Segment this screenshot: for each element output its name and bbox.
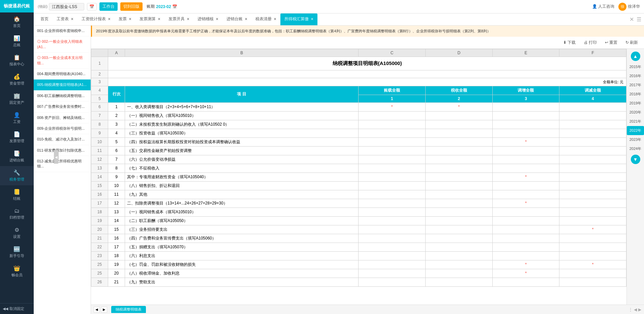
row-c3[interactable] <box>492 181 559 190</box>
row-c3[interactable]: * <box>492 260 559 269</box>
row-c3[interactable] <box>492 278 559 286</box>
row-c4[interactable] <box>559 243 626 251</box>
row-c2[interactable] <box>425 129 492 137</box>
app-logo[interactable]: 畅捷通易代账 <box>0 0 34 12</box>
row-c3[interactable]: * <box>492 137 559 146</box>
row-c4[interactable]: * <box>559 225 626 234</box>
row-c1[interactable] <box>359 146 426 155</box>
row-c2[interactable] <box>425 199 492 208</box>
tab-home[interactable]: 首页 <box>36 13 53 25</box>
row-c3[interactable] <box>492 146 559 155</box>
row-c1[interactable] <box>359 137 426 146</box>
collapse-panel-btn[interactable]: ◀ <box>54 150 59 164</box>
left-item-004[interactable]: 004-期间费用明细表(A1040... <box>34 69 91 80</box>
row-c1[interactable] <box>359 216 426 225</box>
switch-old-button[interactable]: 切到旧版 <box>120 2 143 11</box>
support-btn[interactable]: 👤 人工咨询 <box>592 4 614 9</box>
row-c4[interactable] <box>559 164 626 172</box>
row-c1[interactable] <box>359 278 426 286</box>
row-c1[interactable] <box>359 208 426 216</box>
tab-invoice[interactable]: 发票✕ <box>115 13 135 25</box>
year-2018[interactable]: 2018年 <box>627 90 644 99</box>
row-c2[interactable] <box>425 146 492 155</box>
row-c2[interactable] <box>425 137 492 146</box>
left-item-002[interactable]: ◎ 002-一般企业收入明细表(A1... <box>34 36 91 53</box>
company-select[interactable]: 江西股金-LSS <box>49 3 84 10</box>
sidebar-item-general[interactable]: 📊 总账 <box>0 32 34 51</box>
left-item-011[interactable]: 011-研发费用加计扣除优惠... <box>34 145 91 156</box>
workspace-button[interactable]: 工作台 <box>99 2 118 11</box>
row-c1[interactable] <box>359 243 426 251</box>
year-2022[interactable]: 2022年 <box>627 126 644 135</box>
tab-income-tax[interactable]: 所得税汇算缴✕ <box>280 13 317 25</box>
row-c4[interactable] <box>559 129 626 137</box>
left-item-005[interactable]: 005-纳税调整项目明细表(A1... <box>34 80 91 90</box>
row-c3[interactable] <box>492 102 559 111</box>
row-c4[interactable] <box>559 199 626 208</box>
row-c4[interactable] <box>559 278 626 286</box>
year-2019[interactable]: 2019年 <box>627 99 644 108</box>
year-2024[interactable]: 2024年 <box>627 144 644 153</box>
row-c1[interactable] <box>359 164 426 172</box>
sidebar-item-tax[interactable]: 🔧 税务管理 <box>0 166 34 185</box>
tab-close[interactable]: ✕ <box>108 17 111 21</box>
year-nav-down[interactable]: ▼ <box>631 155 640 164</box>
row-c1[interactable] <box>359 225 426 234</box>
row-c2[interactable] <box>425 208 492 216</box>
row-c2[interactable] <box>425 269 492 278</box>
tab-close[interactable]: ✕ <box>311 17 313 21</box>
tab-payroll-report[interactable]: 工资统计报表✕ <box>78 13 115 25</box>
unpin-button[interactable]: ◀◀ 取消固定 <box>0 303 34 314</box>
row-c2[interactable] <box>425 260 492 269</box>
spreadsheet-container[interactable]: A B C D E F 1 纳税调 <box>91 49 626 305</box>
row-c3[interactable] <box>492 251 559 260</box>
tab-close[interactable]: ✕ <box>71 17 73 21</box>
row-c1[interactable] <box>359 172 426 181</box>
row-c3[interactable]: * <box>492 172 559 181</box>
scroll-right-icon[interactable]: ▶ <box>638 307 641 312</box>
sidebar-item-payroll[interactable]: 👤 工资 <box>0 108 34 128</box>
year-2015[interactable]: 2015年 <box>627 62 644 71</box>
year-2016[interactable]: 2016年 <box>627 71 644 81</box>
left-item-007[interactable]: 007-广告费和业务宣传费时... <box>34 101 91 112</box>
tab-close[interactable]: ✕ <box>187 17 189 21</box>
row-c1[interactable] <box>359 234 426 243</box>
tab-close[interactable]: ✕ <box>245 17 247 21</box>
print-button[interactable]: 🖨 打印 <box>582 39 599 46</box>
year-2021[interactable]: 2021年 <box>627 117 644 126</box>
left-item-012[interactable]: 012-减免企业所得税优惠明细... <box>34 156 91 172</box>
row-c4[interactable] <box>559 216 626 225</box>
row-c4[interactable] <box>559 111 626 120</box>
sheet-scroll-right[interactable]: ▶ <box>101 307 107 313</box>
row-c2[interactable] <box>425 181 492 190</box>
row-c3[interactable] <box>492 111 559 120</box>
row-c1[interactable] <box>359 111 426 120</box>
row-c2[interactable] <box>425 225 492 234</box>
sidebar-item-archive[interactable]: 🗂 归档管理 <box>0 205 34 223</box>
tab-invoice-calc[interactable]: 发票测算✕ <box>135 13 164 25</box>
row-c3[interactable] <box>492 216 559 225</box>
sidebar-item-report[interactable]: 📋 报表中心 <box>0 51 34 70</box>
tab-tax-list[interactable]: 税表清册✕ <box>251 13 280 25</box>
row-c2[interactable] <box>425 216 492 225</box>
row-c3[interactable] <box>492 120 559 129</box>
tab-close[interactable]: ✕ <box>129 17 131 21</box>
calendar-btn[interactable]: 📅 <box>87 3 97 10</box>
reset-button[interactable]: ↩ 重置 <box>603 39 619 46</box>
sidebar-item-assets[interactable]: 🏢 固定资产 <box>0 89 34 108</box>
row-c1[interactable] <box>359 181 426 190</box>
row-c3[interactable] <box>492 225 559 234</box>
tab-purchase-verify[interactable]: 进销稽核✕ <box>193 13 222 25</box>
sidebar-item-vip[interactable]: 👑 畅会员 <box>0 262 34 281</box>
user-info[interactable]: 徐 徐泽华 <box>618 3 640 11</box>
sheet-scroll-left[interactable]: ◀ <box>94 307 100 313</box>
row-c1[interactable] <box>359 120 426 129</box>
menu-icon[interactable]: ☰ <box>637 16 641 23</box>
left-item-009[interactable]: 009-企业所得税弥补亏损明... <box>34 123 91 134</box>
row-c1[interactable] <box>359 260 426 269</box>
row-c1[interactable] <box>359 155 426 164</box>
row-c3[interactable] <box>492 208 559 216</box>
download-button[interactable]: ⬇ 下载 <box>561 39 578 46</box>
tab-payroll[interactable]: 工资表✕ <box>53 13 78 25</box>
tab-close[interactable]: ✕ <box>216 17 218 21</box>
